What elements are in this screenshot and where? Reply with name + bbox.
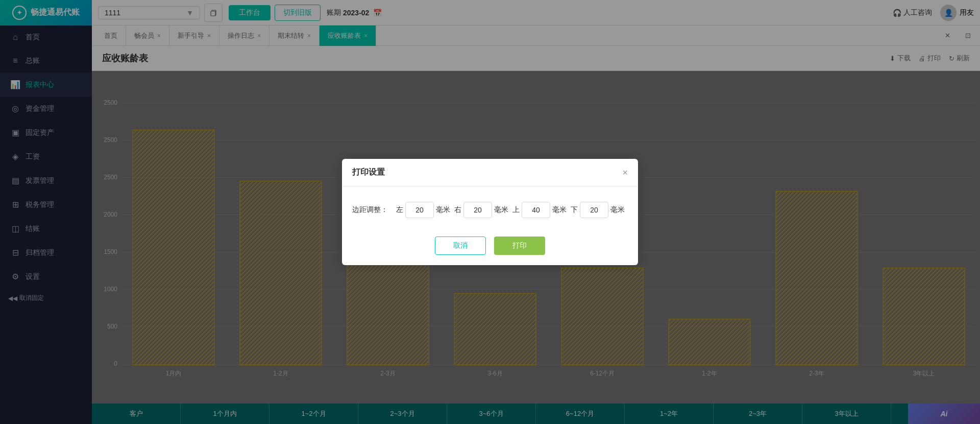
margin-right-label: 右	[454, 205, 461, 215]
margin-left-group: 左 毫米	[396, 202, 450, 218]
margin-left-unit: 毫米	[436, 205, 450, 215]
margin-top-unit: 毫米	[552, 205, 567, 215]
modal-close-button[interactable]: ×	[622, 168, 628, 177]
margin-left-input[interactable]	[405, 202, 434, 218]
margin-top-input[interactable]	[522, 202, 550, 218]
modal-header: 打印设置 ×	[342, 159, 638, 186]
margin-label: 边距调整：	[352, 205, 388, 215]
modal-body: 边距调整： 左 毫米 右 毫米 上 毫米 下	[342, 186, 638, 228]
margin-bottom-label: 下	[571, 205, 578, 215]
modal-overlay: 打印设置 × 边距调整： 左 毫米 右 毫米 上 毫米	[0, 0, 980, 424]
print-settings-modal: 打印设置 × 边距调整： 左 毫米 右 毫米 上 毫米	[342, 159, 638, 265]
margin-right-input[interactable]	[463, 202, 492, 218]
margin-row: 边距调整： 左 毫米 右 毫米 上 毫米 下	[352, 202, 628, 218]
margin-top-label: 上	[512, 205, 520, 215]
margin-top-group: 上 毫米	[512, 202, 567, 218]
margin-bottom-unit: 毫米	[610, 205, 625, 215]
modal-footer: 取消 打印	[342, 228, 638, 265]
margin-right-unit: 毫米	[494, 205, 508, 215]
print-confirm-button[interactable]: 打印	[494, 237, 545, 255]
modal-title: 打印设置	[352, 167, 385, 178]
margin-left-label: 左	[396, 205, 403, 215]
margin-bottom-group: 下 毫米	[571, 202, 625, 218]
margin-right-group: 右 毫米	[454, 202, 508, 218]
cancel-button[interactable]: 取消	[435, 237, 486, 255]
margin-bottom-input[interactable]	[580, 202, 608, 218]
